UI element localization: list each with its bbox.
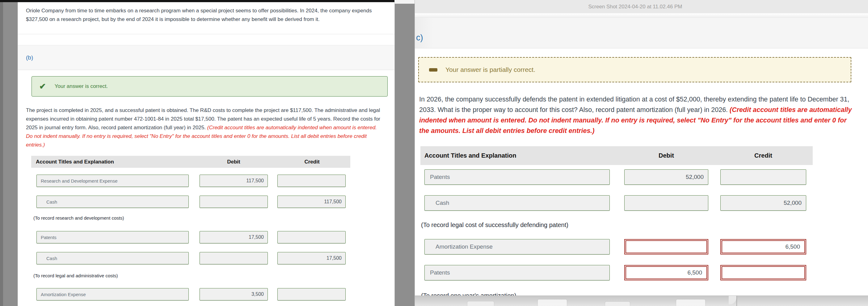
content-top-strip <box>415 13 868 18</box>
part-c-label: c) <box>416 33 423 42</box>
partial-answer-text: Your answer is partially correct. <box>445 66 535 73</box>
journal-b-header-account: Account Titles and Explanation <box>36 156 114 168</box>
dock-thumbnail[interactable] <box>605 302 630 306</box>
journal-b-header-row: Account Titles and Explanation Debit Cre… <box>31 156 350 168</box>
part-b-label: (b) <box>26 54 33 61</box>
journal-table-b: Account Titles and Explanation Debit Cre… <box>31 156 350 301</box>
journal-b-note-2: (To record legal and administrative cost… <box>31 273 350 278</box>
account-title-value: Cash <box>37 199 57 205</box>
credit-amount-input[interactable]: 17,500 <box>277 252 346 264</box>
part-b-header: (b) <box>18 45 395 70</box>
journal-c-header-credit: Credit <box>720 146 806 165</box>
credit-amount-input[interactable]: 117,500 <box>277 196 346 208</box>
credit-amount-input[interactable] <box>720 169 806 185</box>
account-title-select[interactable]: Patents <box>425 169 610 185</box>
journal-c-row-1: Patents 52,000 <box>421 169 813 185</box>
debit-value: 117,500 <box>200 178 268 183</box>
debit-value: 3,500 <box>200 292 268 297</box>
window-gap-notch <box>395 0 414 4</box>
screenshot-viewer-window: Screen Shot 2024-04-20 at 11.02.46 PM c)… <box>414 0 868 306</box>
part-b-problem: The project is completed in 2025, and a … <box>26 106 382 149</box>
debit-amount-input[interactable]: 52,000 <box>624 169 708 185</box>
journal-c-row-4: Patents 6,500 <box>421 265 813 280</box>
journal-c-row-2: Cash 52,000 <box>421 195 813 211</box>
problem-intro-text: Oriole Company from time to time embarks… <box>26 6 382 24</box>
journal-table-c: Account Titles and Explanation Debit Cre… <box>421 146 813 299</box>
browser-top-edge <box>0 0 395 2</box>
account-title-select[interactable]: Amortization Expense <box>36 288 189 301</box>
account-title-select[interactable]: Cash <box>425 195 610 211</box>
debit-amount-input[interactable] <box>199 196 268 208</box>
correct-answer-text: Your answer is correct. <box>55 83 108 90</box>
account-title-select[interactable]: Amortization Expense <box>425 239 610 254</box>
journal-b-row-4: Cash 17,500 <box>31 252 350 264</box>
credit-value: 6,500 <box>722 243 804 250</box>
account-title-value: Cash <box>37 256 57 261</box>
journal-c-header-row: Account Titles and Explanation Debit Cre… <box>421 146 813 165</box>
account-title-select[interactable]: Research and Development Expense <box>36 175 189 187</box>
minus-dash-icon <box>429 68 437 72</box>
account-title-select[interactable]: Patents <box>425 265 610 280</box>
journal-c-header-account: Account Titles and Explanation <box>425 146 516 165</box>
account-title-select[interactable]: Cash <box>36 196 189 208</box>
journal-b-row-2: Cash 117,500 <box>31 196 350 208</box>
account-title-select[interactable]: Patents <box>36 231 189 243</box>
journal-b-row-1: Research and Development Expense 117,500 <box>31 175 350 187</box>
debit-amount-input[interactable] <box>199 252 268 264</box>
screenshot-titlebar: Screen Shot 2024-04-20 at 11.02.46 PM <box>415 0 868 13</box>
account-title-value: Amortization Expense <box>425 243 493 250</box>
credit-amount-input-error[interactable]: 6,500 <box>720 239 806 254</box>
credit-amount-input-error[interactable] <box>720 265 806 280</box>
credit-amount-input[interactable]: 52,000 <box>720 195 806 211</box>
dock-thumbnail[interactable] <box>538 300 567 306</box>
account-title-value: Research and Development Expense <box>37 178 117 183</box>
desktop-dock-strip <box>415 296 868 306</box>
credit-value: 17,500 <box>278 256 345 261</box>
account-title-value: Amortization Expense <box>37 292 86 297</box>
window-seam <box>736 296 737 306</box>
debit-amount-input-error[interactable]: 6,500 <box>624 265 708 280</box>
credit-value: 117,500 <box>278 199 345 205</box>
debit-amount-input[interactable] <box>624 195 708 211</box>
account-title-value: Patents <box>425 269 450 276</box>
debit-amount-input[interactable]: 17,500 <box>199 231 268 243</box>
part-c-header: c) <box>415 18 868 48</box>
credit-amount-input[interactable] <box>277 288 346 301</box>
correct-answer-banner: ✔ Your answer is correct. <box>32 76 388 97</box>
assignment-panel: Oriole Company from time to time embarks… <box>18 2 395 306</box>
desktop-edge <box>0 0 3 306</box>
credit-amount-input[interactable] <box>277 175 346 187</box>
debit-value: 6,500 <box>626 269 707 276</box>
credit-value: 52,000 <box>721 200 806 206</box>
part-c-problem: In 2026, the company successfully defend… <box>419 94 855 136</box>
problem-intro-card: Oriole Company from time to time embarks… <box>18 2 395 34</box>
account-title-value: Cash <box>425 200 449 206</box>
window-corner <box>729 296 736 304</box>
debit-amount-input-error[interactable] <box>624 239 708 254</box>
debit-value: 17,500 <box>200 234 268 240</box>
account-title-value: Patents <box>37 235 57 240</box>
journal-c-header-debit: Debit <box>624 146 708 165</box>
journal-b-header-debit: Debit <box>199 156 268 168</box>
partial-answer-banner: Your answer is partially correct. <box>418 57 851 82</box>
credit-amount-input[interactable] <box>277 231 346 243</box>
journal-b-header-credit: Credit <box>277 156 347 168</box>
journal-c-row-3: Amortization Expense 6,500 <box>421 239 813 254</box>
checkmark-icon: ✔ <box>39 82 46 91</box>
journal-b-row-5: Amortization Expense 3,500 <box>31 288 350 301</box>
screenshot-title: Screen Shot 2024-04-20 at 11.02.46 PM <box>588 4 682 10</box>
account-title-select[interactable]: Cash <box>36 252 189 264</box>
debit-amount-input[interactable]: 117,500 <box>199 175 268 187</box>
debit-amount-input[interactable]: 3,500 <box>199 288 268 301</box>
dock-thumbnail[interactable] <box>676 300 705 306</box>
journal-c-note-1: (To record legal cost of successfully de… <box>421 222 813 228</box>
account-title-value: Patents <box>425 174 450 180</box>
dock-thumbnail[interactable] <box>467 301 494 306</box>
journal-b-row-3: Patents 17,500 <box>31 231 350 243</box>
debit-value: 52,000 <box>625 174 708 180</box>
journal-b-note-1: (To record research and development cost… <box>31 215 350 221</box>
